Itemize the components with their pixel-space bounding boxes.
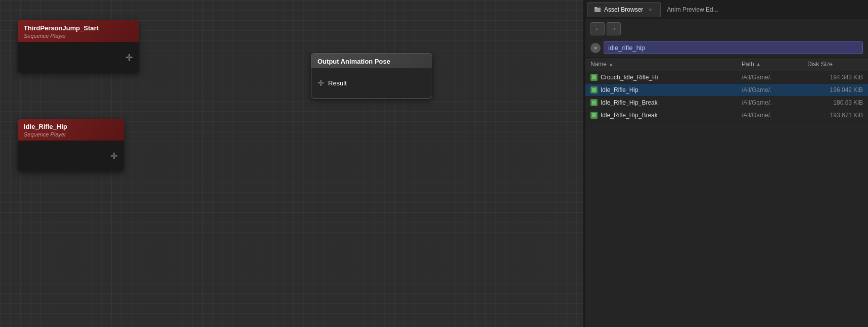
- search-clear-button[interactable]: ×: [590, 43, 601, 53]
- row-1-path: /All/Game/.: [742, 74, 807, 81]
- tab-anim-preview[interactable]: Anim Preview Ed...: [661, 3, 724, 16]
- table-area: Name ▲ Path ▲ Disk Size Crouch_Idle: [585, 58, 868, 327]
- node-output-pose[interactable]: Output Animation Pose ✛ Result: [311, 53, 432, 99]
- row-2-name: Idle_Rifle_Hip: [590, 86, 742, 94]
- tab-asset-browser-label: Asset Browser: [604, 6, 643, 13]
- node-jump-start-subtitle: Sequence Player: [24, 33, 133, 39]
- row-2-path: /All/Game/.: [742, 86, 807, 94]
- row-1-name-text: Crouch_Idle_Rifle_Hi: [601, 74, 658, 81]
- node-idle-rifle-body: ✛: [18, 141, 124, 171]
- node-jump-start-title: ThirdPersonJump_Start: [24, 24, 133, 32]
- search-bar: ×: [585, 38, 868, 58]
- tab-asset-browser-close[interactable]: ×: [646, 6, 654, 14]
- row-2-name-text: Idle_Rifle_Hip: [601, 86, 638, 94]
- table-rows: Crouch_Idle_Rifle_Hi /All/Game/. 194.343…: [585, 71, 868, 122]
- table-header: Name ▲ Path ▲ Disk Size: [585, 58, 868, 71]
- node-idle-rifle-title: Idle_Rifle_Hip: [24, 123, 118, 130]
- node-jump-start-icon: ✛: [125, 52, 133, 63]
- col-header-path[interactable]: Path ▲: [742, 61, 807, 68]
- row-2-asset-icon: [590, 86, 598, 94]
- node-output-pose-body: ✛ Result: [311, 68, 432, 99]
- node-jump-start-body: ✛: [18, 42, 139, 73]
- node-output-pose-title: Output Animation Pose: [317, 58, 426, 65]
- back-button[interactable]: ←: [590, 22, 605, 35]
- right-panel: Asset Browser × Anim Preview Ed... ← → ×…: [585, 0, 868, 327]
- row-3-path: /All/Game/.: [742, 99, 807, 106]
- node-jump-start[interactable]: ThirdPersonJump_Start Sequence Player ✛: [18, 20, 139, 73]
- row-1-name: Crouch_Idle_Rifle_Hi: [590, 74, 742, 81]
- row-1-size: 194.343 KiB: [807, 74, 863, 81]
- output-pose-result-label: Result: [328, 79, 347, 87]
- row-3-name: Idle_Rifle_Hip_Break: [590, 99, 742, 106]
- node-idle-rifle-subtitle: Sequence Player: [24, 131, 118, 137]
- col-header-name[interactable]: Name ▲: [590, 61, 742, 68]
- row-3-size: 180.63 KiB: [807, 99, 863, 106]
- path-sort-icon: ▲: [756, 62, 761, 67]
- forward-button[interactable]: →: [607, 22, 621, 35]
- forward-arrow-icon: →: [611, 25, 617, 32]
- node-idle-rifle-header: Idle_Rifle_Hip Sequence Player: [18, 119, 124, 141]
- back-arrow-icon: ←: [595, 25, 601, 32]
- node-idle-rifle[interactable]: Idle_Rifle_Hip Sequence Player ✛: [18, 119, 124, 171]
- node-output-pose-header: Output Animation Pose: [311, 53, 432, 68]
- col-disk-size-label: Disk Size: [807, 61, 833, 68]
- col-name-label: Name: [590, 61, 607, 68]
- tab-asset-browser[interactable]: Asset Browser ×: [587, 2, 661, 17]
- row-2-size: 196.042 KiB: [807, 86, 863, 94]
- row-4-asset-icon: [590, 112, 598, 119]
- tab-anim-preview-label: Anim Preview Ed...: [667, 6, 718, 13]
- node-jump-start-header: ThirdPersonJump_Start Sequence Player: [18, 20, 139, 42]
- table-row[interactable]: Idle_Rifle_Hip /All/Game/. 196.042 KiB: [585, 84, 868, 97]
- output-pose-icon: ✛: [317, 78, 324, 88]
- svg-rect-1: [595, 7, 597, 9]
- table-row[interactable]: Crouch_Idle_Rifle_Hi /All/Game/. 194.343…: [585, 71, 868, 84]
- folder-icon: [594, 6, 601, 13]
- row-4-name-text: Idle_Rifle_Hip_Break: [601, 112, 658, 119]
- row-3-name-text: Idle_Rifle_Hip_Break: [601, 99, 658, 106]
- row-4-size: 193.671 KiB: [807, 112, 863, 119]
- col-header-disk-size[interactable]: Disk Size: [807, 61, 863, 68]
- name-sort-icon: ▲: [609, 62, 613, 67]
- row-1-asset-icon: [590, 74, 598, 81]
- table-row[interactable]: Idle_Rifle_Hip_Break /All/Game/. 180.63 …: [585, 97, 868, 109]
- node-idle-rifle-icon: ✛: [110, 151, 118, 162]
- tab-bar: Asset Browser × Anim Preview Ed...: [585, 0, 868, 19]
- row-3-asset-icon: [590, 99, 598, 106]
- row-4-path: /All/Game/.: [742, 112, 807, 119]
- row-4-name: Idle_Rifle_Hip_Break: [590, 112, 742, 119]
- search-input[interactable]: [604, 41, 863, 54]
- canvas-area: ThirdPersonJump_Start Sequence Player ✛ …: [0, 0, 583, 327]
- table-row[interactable]: Idle_Rifle_Hip_Break /All/Game/. 193.671…: [585, 109, 868, 122]
- col-path-label: Path: [742, 61, 754, 68]
- clear-icon: ×: [594, 45, 597, 51]
- nav-buttons: ← →: [585, 19, 868, 38]
